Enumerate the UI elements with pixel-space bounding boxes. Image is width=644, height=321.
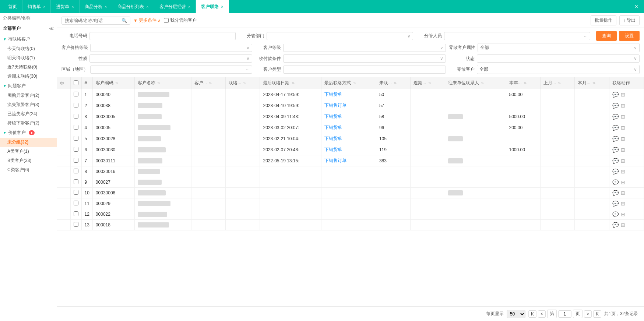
sidebar-item-declining[interactable]: 持续下滑客户(2): [0, 119, 57, 128]
page-prev-button[interactable]: <: [538, 310, 546, 318]
page-last-button[interactable]: K: [593, 310, 601, 318]
filter-retail-select[interactable]: 全部 ∨: [477, 65, 640, 74]
td-checkbox[interactable]: [70, 220, 81, 230]
action-chat-icon-7[interactable]: 💬: [612, 169, 619, 174]
td-checkbox[interactable]: [70, 188, 81, 198]
page-first-button[interactable]: K: [528, 310, 536, 318]
sidebar-group-value[interactable]: ▼ 价值客户 ●: [0, 128, 57, 138]
sidebar-item-7day-pending[interactable]: 近7天待联络(0): [0, 63, 57, 72]
sidebar-item-class-c[interactable]: C类客户(6): [0, 165, 57, 174]
th-not-contact[interactable]: 未联... ⇅: [376, 77, 410, 89]
filter-person-input-box[interactable]: ···: [444, 32, 590, 40]
row-checkbox-11[interactable]: [74, 211, 78, 216]
sidebar-group-problem[interactable]: ▼ 问题客户: [0, 81, 57, 91]
filter-region-input[interactable]: ···: [90, 66, 252, 74]
td-checkbox[interactable]: [70, 166, 81, 177]
filter-dept-select[interactable]: ∨: [267, 32, 413, 40]
last-contact-link-3[interactable]: 下销货单: [324, 125, 342, 130]
filter-my-customers[interactable]: 我分管的客户: [164, 17, 197, 24]
action-grid-icon-11[interactable]: ⊞: [621, 211, 625, 217]
row-checkbox-1[interactable]: [74, 103, 78, 107]
action-chat-icon-1[interactable]: 💬: [612, 103, 619, 109]
last-contact-link-5[interactable]: 下销货单: [324, 147, 342, 152]
td-checkbox[interactable]: [70, 100, 81, 111]
filter-price-level-select[interactable]: ∨: [90, 44, 252, 52]
td-last-contact-type[interactable]: 下销货单: [321, 133, 376, 144]
last-contact-link-4[interactable]: 下销货单: [324, 136, 342, 141]
filter-nature-select[interactable]: ∨: [89, 54, 252, 63]
td-last-contact-type[interactable]: [321, 209, 376, 220]
th-last-contact-type[interactable]: 最后联络方式 ⇅: [321, 77, 376, 89]
td-last-contact-type[interactable]: 下销货单: [321, 122, 376, 133]
select-all-checkbox[interactable]: [74, 80, 78, 85]
sidebar-item-class-a[interactable]: A类客户(1): [0, 147, 57, 156]
filter-customer-level-select[interactable]: ∨: [283, 44, 446, 52]
sidebar-item-churned[interactable]: 已流失客户(24): [0, 109, 57, 119]
action-grid-icon-0[interactable]: ⊞: [621, 92, 625, 98]
nav-tab-product-analysis-list[interactable]: 商品分析列表 ×: [112, 0, 154, 13]
sidebar-all-customers[interactable]: 全部客户 ≪: [0, 23, 57, 34]
action-chat-icon-2[interactable]: 💬: [612, 114, 619, 120]
action-grid-icon-5[interactable]: ⊞: [621, 147, 625, 153]
td-last-contact-type[interactable]: [321, 198, 376, 209]
action-grid-icon-12[interactable]: ⊞: [621, 222, 625, 228]
th-contact[interactable]: 联络... ⇅: [226, 77, 260, 89]
action-grid-icon-10[interactable]: ⊞: [621, 201, 625, 207]
row-checkbox-12[interactable]: [74, 222, 78, 227]
action-chat-icon-0[interactable]: 💬: [612, 92, 619, 98]
filter-status-select[interactable]: ∨: [477, 54, 640, 63]
td-checkbox[interactable]: [70, 144, 81, 155]
action-chat-icon-3[interactable]: 💬: [612, 125, 619, 131]
th-level[interactable]: 客户... ⇅: [191, 77, 225, 89]
th-company-contact[interactable]: 往来单位联系人 ⇅: [445, 77, 506, 89]
page-size-select[interactable]: 50 100: [507, 310, 525, 318]
reset-button[interactable]: 设置: [619, 31, 640, 41]
action-chat-icon-9[interactable]: 💬: [612, 190, 619, 196]
td-last-contact-type[interactable]: [321, 177, 376, 188]
th-this-month[interactable]: 本月... ⇅: [575, 77, 609, 89]
sidebar-item-tomorrow-pending[interactable]: 明天待联络(1): [0, 53, 57, 63]
action-grid-icon-1[interactable]: ⊞: [621, 103, 625, 109]
filter-search-icon[interactable]: 🔍: [122, 18, 127, 23]
nav-tab-product-analysis-list-close[interactable]: ×: [146, 4, 148, 9]
export-button[interactable]: ↑ 导出: [619, 15, 640, 25]
nav-tab-product-analysis[interactable]: 商品分析 ×: [80, 0, 112, 13]
th-this-year[interactable]: 本年... ⇅: [506, 77, 540, 89]
sidebar-item-today-pending[interactable]: 今天待联络(0): [0, 44, 57, 53]
sidebar-search-input[interactable]: [3, 15, 57, 21]
td-checkbox[interactable]: [70, 122, 81, 133]
row-checkbox-4[interactable]: [74, 136, 78, 141]
action-chat-icon-6[interactable]: 💬: [612, 158, 619, 164]
action-chat-icon-12[interactable]: 💬: [612, 222, 619, 228]
row-checkbox-2[interactable]: [74, 114, 78, 119]
row-checkbox-9[interactable]: [74, 190, 78, 195]
td-checkbox[interactable]: [70, 209, 81, 220]
action-chat-icon-5[interactable]: 💬: [612, 147, 619, 153]
row-checkbox-5[interactable]: [74, 147, 78, 152]
last-contact-link-6[interactable]: 下销售订单: [324, 158, 346, 163]
action-chat-icon-8[interactable]: 💬: [612, 179, 619, 185]
sidebar-item-class-b[interactable]: B类客户(33): [0, 156, 57, 165]
td-last-contact-type[interactable]: [321, 220, 376, 230]
th-overdue[interactable]: 逾期... ⇅: [411, 77, 445, 89]
action-chat-icon-4[interactable]: 💬: [612, 136, 619, 142]
nav-tab-customer-contact-close[interactable]: ×: [221, 4, 223, 9]
action-grid-icon-4[interactable]: ⊞: [621, 136, 625, 142]
nav-tab-customer-segment-close[interactable]: ×: [188, 4, 190, 9]
th-name[interactable]: 客户名称 ⇅: [134, 77, 191, 89]
th-last-contact-date[interactable]: 最后联络日期 ⇅: [260, 77, 321, 89]
filter-search-input[interactable]: [65, 18, 120, 23]
td-last-contact-type[interactable]: 下销货单: [321, 144, 376, 155]
td-checkbox[interactable]: [70, 111, 81, 122]
query-button[interactable]: 查询: [596, 31, 617, 41]
filter-retail-attr-select[interactable]: 全部 ∨: [478, 43, 640, 52]
action-grid-icon-9[interactable]: ⊞: [621, 190, 625, 196]
nav-tab-sales-close[interactable]: ×: [43, 4, 45, 9]
nav-tab-sales[interactable]: 销售单 ×: [22, 0, 51, 13]
td-last-contact-type[interactable]: 下销售订单: [321, 100, 376, 111]
action-chat-icon-10[interactable]: 💬: [612, 201, 619, 207]
action-grid-icon-3[interactable]: ⊞: [621, 125, 625, 131]
sidebar-item-abnormal[interactable]: 囤购异常客户(2): [0, 91, 57, 100]
filter-more-button[interactable]: ▼ 更多条件 ∧: [133, 17, 161, 24]
th-last-month[interactable]: 上月... ⇅: [540, 77, 574, 89]
